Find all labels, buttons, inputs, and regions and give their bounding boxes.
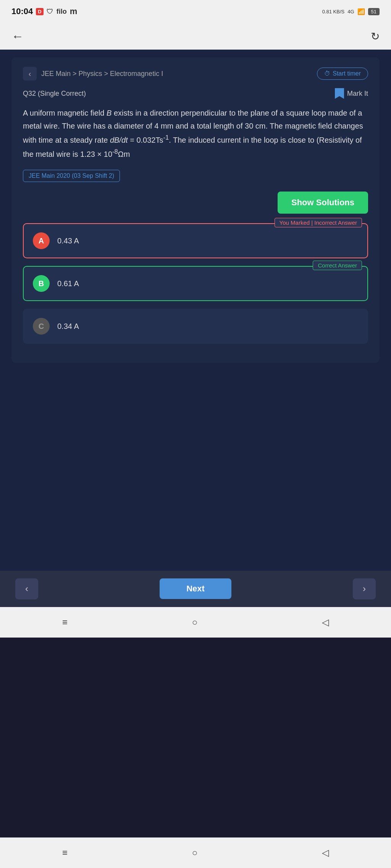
battery-level: 51: [368, 8, 380, 15]
app-label-filo: filo: [57, 8, 67, 16]
option-badge-text-a: You Marked | Incorrect Answer: [280, 219, 357, 226]
question-card: ‹ JEE Main > Physics > Electromagnetic I…: [11, 57, 380, 363]
network-speed: 0.81 KB/S: [322, 9, 345, 14]
bottom-android-nav-bar: ≡ ○ ◁: [0, 837, 391, 868]
answer-section: You Marked | Incorrect Answer A 0.43 A C…: [23, 223, 368, 344]
mark-it-button[interactable]: Mark It: [335, 88, 368, 99]
prev-icon: ‹: [25, 583, 28, 594]
nav-bar: ← ↻: [0, 23, 391, 50]
next-arrow-button[interactable]: ›: [353, 578, 376, 599]
app-badge: D: [36, 8, 43, 15]
card-header: ‹ JEE Main > Physics > Electromagnetic I…: [23, 67, 368, 81]
status-time: 10:04: [11, 6, 33, 16]
next-arrow-icon: ›: [363, 583, 366, 594]
timer-icon: ⏱: [324, 70, 330, 77]
show-solutions-button[interactable]: Show Solutions: [278, 192, 368, 214]
extra-space: [0, 638, 391, 837]
option-badge-b: Correct Answer: [313, 261, 362, 270]
prev-button[interactable]: ‹: [15, 578, 38, 599]
status-right: 0.81 KB/S 4G 📶 51: [322, 8, 380, 15]
question-meta: Q32 (Single Correct) Mark It: [23, 88, 368, 99]
android-menu-button[interactable]: ≡: [62, 617, 68, 628]
android-back-button[interactable]: ◁: [322, 617, 329, 628]
bottom-android-back-button[interactable]: ◁: [322, 847, 329, 858]
option-wrapper-b: Correct Answer B 0.61 A: [23, 266, 368, 301]
network-type: 4G: [347, 9, 354, 14]
option-card-a[interactable]: A 0.43 A: [23, 223, 368, 258]
option-text-b: 0.61 A: [57, 279, 79, 288]
back-button[interactable]: ←: [11, 29, 24, 43]
status-bar: 10:04 D 🛡 filo m 0.81 KB/S 4G 📶 51: [0, 0, 391, 23]
android-home-button[interactable]: ○: [192, 617, 198, 628]
bottom-android-menu-button[interactable]: ≡: [62, 847, 68, 858]
question-tag: JEE Main 2020 (03 Sep Shift 2): [23, 170, 120, 182]
option-card-b[interactable]: B 0.61 A: [23, 266, 368, 301]
start-timer-button[interactable]: ⏱ Start timer: [317, 68, 368, 80]
breadcrumb-back-button[interactable]: ‹: [23, 67, 37, 81]
question-text: A uniform magnetic field B exists in a d…: [23, 106, 368, 160]
breadcrumb-text: JEE Main > Physics > Electromagnetic I: [41, 70, 163, 78]
bottom-nav: ‹ Next ›: [0, 571, 391, 607]
next-button[interactable]: Next: [160, 578, 231, 599]
option-card-c[interactable]: C 0.34 A: [23, 309, 368, 344]
option-letter-c: C: [33, 318, 50, 335]
question-label: Q32 (Single Correct): [23, 90, 86, 98]
option-letter-b: B: [33, 275, 50, 292]
option-wrapper-a: You Marked | Incorrect Answer A 0.43 A: [23, 223, 368, 258]
breadcrumb-nav: ‹ JEE Main > Physics > Electromagnetic I: [23, 67, 163, 81]
mark-it-label: Mark It: [347, 90, 368, 98]
signal-icon: 📶: [357, 8, 365, 15]
app-label-m: m: [70, 6, 78, 16]
bookmark-icon: [335, 88, 344, 99]
option-text-a: 0.43 A: [57, 237, 79, 245]
option-badge-text-b: Correct Answer: [318, 262, 357, 269]
option-wrapper-c: C 0.34 A: [23, 309, 368, 344]
option-text-c: 0.34 A: [57, 322, 79, 331]
android-nav-bar: ≡ ○ ◁: [0, 607, 391, 638]
app-icon-shield: 🛡: [47, 8, 53, 16]
chevron-left-icon: ‹: [29, 69, 31, 78]
bottom-android-home-button[interactable]: ○: [192, 847, 198, 858]
option-letter-a: A: [33, 232, 50, 249]
option-badge-a: You Marked | Incorrect Answer: [275, 218, 362, 227]
status-left: 10:04 D 🛡 filo m: [11, 6, 77, 16]
refresh-button[interactable]: ↻: [371, 30, 380, 43]
start-timer-label: Start timer: [333, 70, 361, 77]
main-content: ‹ JEE Main > Physics > Electromagnetic I…: [0, 50, 391, 571]
